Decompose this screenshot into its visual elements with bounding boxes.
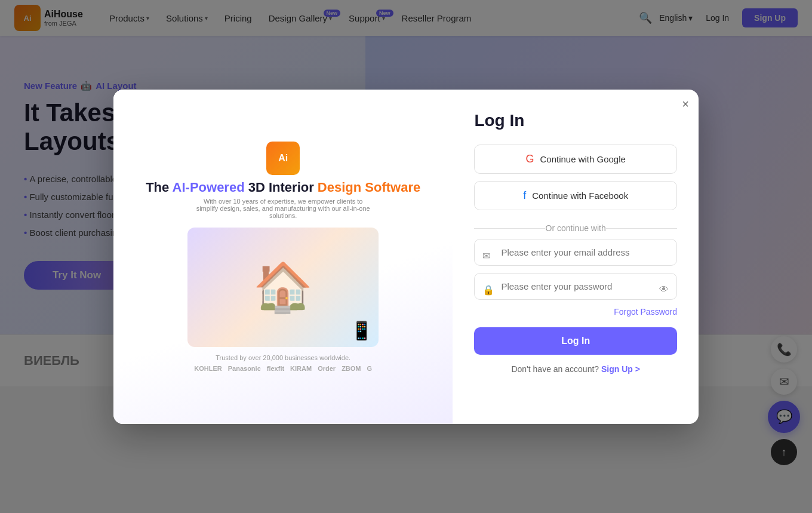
lock-icon: 🔒 xyxy=(482,284,494,296)
google-login-button[interactable]: G Continue with Google xyxy=(474,145,677,174)
modal-overlay[interactable]: Ai The AI-Powered 3D Interior Design Sof… xyxy=(0,0,812,386)
email-icon: ✉ xyxy=(482,250,490,262)
login-modal: Ai The AI-Powered 3D Interior Design Sof… xyxy=(113,90,699,387)
brand-order: Order xyxy=(318,365,336,372)
modal-tagline: The AI-Powered 3D Interior Design Softwa… xyxy=(146,180,420,195)
login-button[interactable]: Log In xyxy=(474,327,677,355)
google-icon: G xyxy=(525,153,534,165)
email-field-wrapper: ✉ xyxy=(474,239,677,273)
brand-flexfit: flexfit xyxy=(267,365,284,372)
modal-sub: With over 10 years of expertise, we empo… xyxy=(193,198,373,219)
divider: Or continue with xyxy=(474,223,677,233)
facebook-login-button[interactable]: f Continue with Facebook xyxy=(474,181,677,210)
modal-trusted: Trusted by over 20,000 businesses worldw… xyxy=(216,354,350,361)
brand-kohler: KOHLER xyxy=(194,365,222,372)
email-input[interactable] xyxy=(474,239,677,266)
modal-title: Log In xyxy=(474,111,677,130)
modal-left-panel: Ai The AI-Powered 3D Interior Design Sof… xyxy=(113,90,453,387)
modal-logo: Ai xyxy=(266,142,300,175)
modal-right-panel: × Log In G Continue with Google f Contin… xyxy=(453,90,699,387)
brand-kiram: KIRAM xyxy=(290,365,312,372)
brand-panasonic: Panasonic xyxy=(228,365,261,372)
modal-3d-visual: 🏠 📱 xyxy=(187,228,379,347)
modal-brands: KOHLER Panasonic flexfit KIRAM Order ZBO… xyxy=(194,365,372,372)
brand-g: G xyxy=(367,365,373,372)
toggle-password-icon[interactable]: 👁 xyxy=(659,284,669,295)
close-button[interactable]: × xyxy=(682,98,689,110)
password-field-wrapper: 🔒 👁 xyxy=(474,273,677,307)
brand-zbom: ZBOM xyxy=(342,365,361,372)
password-input[interactable] xyxy=(474,273,677,300)
signup-row: Don't have an account? Sign Up > xyxy=(474,364,677,374)
signup-link[interactable]: Sign Up > xyxy=(601,364,640,374)
forgot-password-link[interactable]: Forgot Password xyxy=(474,307,677,317)
facebook-icon: f xyxy=(523,189,526,202)
